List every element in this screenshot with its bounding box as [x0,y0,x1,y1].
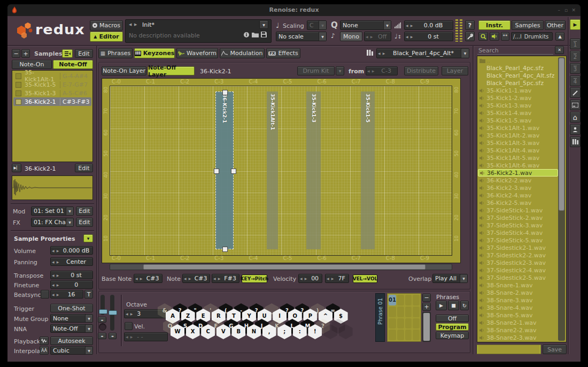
resize-handle[interactable] [222,247,228,252]
file-row[interactable]: 35-Kick1Alt-2.wav [478,132,558,139]
sample-remove-button[interactable]: − [12,49,20,58]
keyzone-strip[interactable]: 35-Kick1Alt-1 [267,91,278,249]
spin-left-icon[interactable]: ◀ [405,24,409,27]
columns-button[interactable] [570,136,581,147]
search-input[interactable]: Search [478,47,499,54]
note-from-spinner[interactable]: ◀▶C#3 [182,274,210,283]
preset-slot-button-3[interactable]: 3 [570,63,581,74]
spin-left-icon[interactable]: ◀ [326,277,330,280]
phrase-mode-program-button[interactable]: Program [436,323,469,331]
file-row[interactable]: 38-Snare2-2.wav [478,326,558,334]
file-row[interactable]: 35-Kick1-2.wav [478,94,558,102]
note-on-layer-button[interactable]: Note-On Layer [102,66,146,75]
file-row[interactable]: 36-Kick2-1.wav [478,169,558,177]
spin-right-icon[interactable]: ▶ [56,260,60,264]
file-row[interactable]: 37-Sidestick2-4.wav [478,266,558,274]
file-row[interactable]: 35-Kick1Alt-4.wav [478,147,558,154]
preset-prev-icon[interactable]: ◀ [129,22,131,27]
settings-wrench-button[interactable] [465,32,475,41]
instrument-selector[interactable]: ◀▶ Black_Pearl_4pc_Alt* ▼ [376,48,469,58]
file-row[interactable]: 35-Kick1Alt-5.wav [478,154,558,162]
file-row[interactable]: 38-Snare-3.wav [478,296,558,304]
resize-handle[interactable] [222,90,228,95]
titlebar[interactable]: Renoise: redux – ▫ ✕ [7,4,581,16]
phrase-cell[interactable] [389,307,396,317]
spin-right-icon[interactable]: ▶ [409,35,414,39]
beatsync-spinner[interactable]: ◀▶16 [50,290,83,299]
phrase-mode-off-button[interactable]: Off [436,315,469,322]
spin-left-icon[interactable]: ◀ [134,277,139,280]
phrase-scrollbar[interactable] [422,312,431,342]
phrase-cell[interactable] [397,295,404,305]
antialias-button[interactable]: AA [40,346,49,355]
file-row[interactable]: 38-Snare-5.wav [478,311,558,319]
spin-right-icon[interactable]: ▶ [56,293,60,296]
keyzone-hscrollbar[interactable] [110,264,452,270]
spin-left-icon[interactable]: ◀ [377,51,382,55]
spin-left-icon[interactable]: ◀ [212,277,217,280]
tab-phrases[interactable]: ▦Phrases [98,48,133,58]
phrase-side-label-box[interactable]: Phrase 01 [375,293,385,342]
file-row[interactable]: 38-Snare-4.wav [478,304,558,311]
file-scrollbar[interactable] [558,57,565,341]
scrollbar-thumb[interactable] [559,58,564,211]
preset-dropdown-button[interactable]: ▼ [259,20,268,29]
phrase-cell[interactable] [397,307,404,317]
phrase-loop-button[interactable]: ↻ [460,301,469,310]
trigger-mode-button[interactable]: One-Shot [50,304,93,312]
tab-waveform[interactable]: Waveform [176,48,218,58]
note-to-spinner[interactable]: ◀▶F#3 [212,274,239,283]
spin-right-icon[interactable]: ▶ [139,277,144,280]
phrase-cell[interactable] [397,318,404,329]
current-sample-edit-button[interactable]: Edit [75,164,93,172]
phrase-cell[interactable]: 01 [389,295,396,305]
fx-edit-button[interactable]: Edit [76,218,93,227]
sample-checkbox[interactable] [16,73,21,79]
sample-checkbox[interactable] [16,99,21,105]
file-row[interactable]: 37-SideStick-2.wav [478,214,558,221]
phrase-cell[interactable] [405,307,412,317]
properties-collapse-button[interactable]: ▼ [83,234,93,242]
sample-play-button[interactable]: ▶▏ [12,164,21,172]
scaling-key-dropdown[interactable]: C▼ [307,20,327,30]
phrase-cell[interactable] [389,318,396,329]
pitchbend-slider-handle[interactable] [109,310,117,315]
scrollbar-thumb[interactable] [143,264,425,270]
preset-name[interactable]: Init* [142,21,154,28]
spin-left-icon[interactable]: ◀ [365,35,369,39]
phrase-cell[interactable] [405,330,412,340]
vel-to-vol-toggle[interactable]: VEL→VOL [353,274,377,283]
preset-slot-button-4[interactable]: 4 [570,75,581,86]
scrollbar-thumb[interactable] [423,313,430,341]
file-row[interactable]: 35-Kick1Alt-3.wav [478,139,558,147]
modwheel-knob[interactable] [99,323,106,331]
drumkit-button[interactable]: Drum Kit [297,66,335,75]
distribute-button[interactable]: Distribute [404,66,438,75]
velocity-from-spinner[interactable]: ◀▶00 [298,274,322,283]
interpolation-dropdown[interactable]: Cubic▼ [50,346,93,355]
help-button[interactable]: ? [465,20,475,30]
spin-right-icon[interactable]: ▶ [330,277,335,280]
file-row[interactable]: .. [478,57,558,64]
panning-spinner[interactable]: ◀▶Center [50,257,93,266]
file-row[interactable]: 37-Sidestick2-2.wav [478,251,558,259]
spin-right-icon[interactable]: ▶ [129,312,134,316]
spin-right-icon[interactable]: ▶ [188,277,192,280]
finetune-spinner[interactable]: ◀▶0 [50,280,93,289]
disk-browser-button[interactable] [570,100,581,110]
sample-volume-spinner[interactable]: ◀▶0.000 dB [50,246,93,255]
phrase-add-button[interactable]: + [422,303,431,311]
minimize-button[interactable]: – [558,7,561,13]
resize-handle[interactable] [214,169,219,174]
volume-spinner[interactable]: ◀▶ 0.0 dB [404,20,453,30]
keyzone-strip[interactable]: 36-Kick2-1 [215,91,234,249]
autoseek-button[interactable]: Autoseek [50,337,93,345]
layer-button[interactable]: Layer [442,66,468,75]
preset-slot-button-1[interactable]: 1 [570,39,581,49]
spin-right-icon[interactable]: ▶ [56,283,60,287]
spin-left-icon[interactable]: ◀ [183,277,188,280]
samples-edit-button[interactable]: Edit [75,49,93,58]
velocity-slider-handle[interactable] [99,309,107,314]
sample-row[interactable]: 35-Kick1-5E-7-G#7 [13,80,91,89]
autoplay-button[interactable]: ** [501,32,509,41]
